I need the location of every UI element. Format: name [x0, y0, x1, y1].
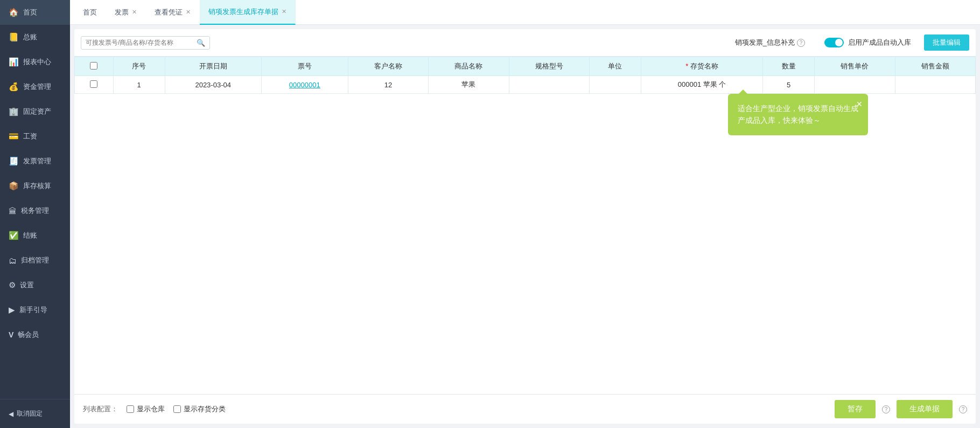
assets-icon: 🏢 [9, 107, 19, 116]
invoice-number-link[interactable]: 00000001 [289, 81, 320, 89]
tax-icon: 🏛 [9, 206, 17, 216]
sidebar-item-funds[interactable]: 💰 资金管理 [0, 74, 70, 99]
save-help-icon[interactable]: ? [882, 405, 890, 413]
sidebar-item-label: 工资 [23, 132, 37, 141]
tab-generate-close-icon[interactable]: ✕ [282, 8, 286, 15]
sidebar-item-assets[interactable]: 🏢 固定资产 [0, 99, 70, 124]
th-customer: 客户名称 [348, 57, 428, 76]
sidebar-item-label: 报表中心 [23, 57, 51, 67]
tooltip-close-button[interactable]: ✕ [856, 98, 863, 110]
toggle-area: 启用产成品自动入库 [824, 38, 911, 47]
th-unit: 单位 [589, 57, 641, 76]
home-icon: 🏠 [9, 8, 19, 17]
show-category-checkbox-label[interactable]: 显示存货分类 [173, 404, 226, 414]
sidebar-item-label: 税务管理 [21, 206, 49, 216]
pin-label: 取消固定 [17, 409, 43, 418]
th-seq: 序号 [113, 57, 165, 76]
tab-invoice[interactable]: 发票 ✕ [106, 0, 146, 25]
sidebar-item-guide[interactable]: ▶ 新手引导 [0, 298, 70, 322]
show-category-label: 显示存货分类 [184, 404, 226, 414]
closing-icon: ✅ [9, 231, 19, 240]
cell-product: 苹果 [429, 76, 509, 94]
th-unit-price: 销售单价 [815, 57, 895, 76]
pin-icon: ◀ [9, 410, 13, 418]
invoices-icon: 🧾 [9, 156, 19, 166]
sidebar-item-archive[interactable]: 🗂 归档管理 [0, 248, 70, 273]
sidebar-item-settings[interactable]: ⚙ 设置 [0, 273, 70, 298]
table-header-row: 序号 开票日期 票号 客户名称 商品名称 规格型号 单位 存货名称 数量 销售单… [75, 57, 976, 76]
sidebar-item-label: 结账 [23, 231, 37, 240]
sidebar-item-label: 设置 [20, 280, 34, 290]
search-input[interactable] [86, 39, 193, 46]
sidebar-item-tax[interactable]: 🏛 税务管理 [0, 198, 70, 223]
info-label: 销项发票_信息补充 ? [735, 38, 805, 47]
tab-invoice-label: 发票 [115, 8, 129, 17]
sidebar-item-ledger[interactable]: 📒 总账 [0, 25, 70, 50]
show-category-checkbox[interactable] [173, 405, 181, 413]
sidebar-item-label: 首页 [23, 8, 37, 17]
cell-quantity: 5 [763, 76, 815, 94]
sidebar-item-reports[interactable]: 📊 报表中心 [0, 50, 70, 74]
cell-seq: 1 [113, 76, 165, 94]
guide-icon: ▶ [9, 305, 15, 315]
funds-icon: 💰 [9, 82, 19, 92]
tab-voucher[interactable]: 查看凭证 ✕ [146, 0, 200, 25]
tab-bar: 首页 发票 ✕ 查看凭证 ✕ 销项发票生成库存单据 ✕ [70, 0, 980, 25]
bottom-bar: 列表配置： 显示仓库 显示存货分类 暂存 ? 生成单据 ? [74, 394, 976, 424]
sidebar: 🏠 首页 📒 总账 📊 报表中心 💰 资金管理 🏢 固定资产 💳 工资 🧾 发票… [0, 0, 70, 428]
cell-unit-price [815, 76, 895, 94]
sidebar-item-payroll[interactable]: 💳 工资 [0, 124, 70, 149]
cell-checkbox [75, 76, 114, 94]
generate-help-icon[interactable]: ? [959, 405, 967, 413]
sidebar-bottom: ◀ 取消固定 [0, 399, 70, 428]
tab-generate[interactable]: 销项发票生成库存单据 ✕ [200, 0, 296, 25]
archive-icon: 🗂 [9, 256, 17, 265]
th-quantity: 数量 [763, 57, 815, 76]
show-warehouse-label: 显示仓库 [137, 404, 165, 414]
sidebar-item-label: 固定资产 [23, 107, 51, 116]
sidebar-item-inventory[interactable]: 📦 库存核算 [0, 174, 70, 198]
auto-warehouse-toggle[interactable] [824, 38, 844, 47]
batch-edit-button[interactable]: 批量编辑 [924, 34, 969, 51]
cell-unit [589, 76, 641, 94]
sidebar-item-label: 归档管理 [21, 256, 49, 265]
main-table: 序号 开票日期 票号 客户名称 商品名称 规格型号 单位 存货名称 数量 销售单… [74, 57, 976, 94]
th-inventory: 存货名称 [641, 57, 762, 76]
inventory-icon: 📦 [9, 181, 19, 191]
th-spec: 规格型号 [509, 57, 589, 76]
show-warehouse-checkbox[interactable] [127, 405, 134, 413]
tooltip-popup: ✕ 适合生产型企业，销项发票自动生成产成品入库，快来体验～ [728, 94, 868, 135]
sidebar-item-invoices[interactable]: 🧾 发票管理 [0, 149, 70, 174]
vip-icon: V [9, 330, 13, 339]
ledger-icon: 📒 [9, 32, 19, 42]
cell-amount [895, 76, 975, 94]
tab-voucher-label: 查看凭证 [155, 8, 183, 17]
select-all-checkbox[interactable] [90, 62, 97, 70]
row-checkbox[interactable] [90, 80, 97, 88]
sidebar-item-label: 发票管理 [23, 156, 51, 166]
reports-icon: 📊 [9, 57, 19, 67]
info-help-icon[interactable]: ? [797, 39, 805, 47]
cell-date: 2023-03-04 [165, 76, 261, 94]
th-product: 商品名称 [429, 57, 509, 76]
search-box[interactable]: 🔍 [81, 36, 210, 50]
toggle-label: 启用产成品自动入库 [848, 38, 911, 47]
toolbar: 🔍 销项发票_信息补充 ? 启用产成品自动入库 批量编辑 [74, 29, 976, 57]
th-amount: 销售金额 [895, 57, 975, 76]
sidebar-item-closing[interactable]: ✅ 结账 [0, 223, 70, 248]
sidebar-pin-button[interactable]: ◀ 取消固定 [0, 404, 70, 424]
sidebar-item-label: 资金管理 [23, 82, 51, 92]
tab-invoice-close-icon[interactable]: ✕ [132, 9, 137, 16]
show-warehouse-checkbox-label[interactable]: 显示仓库 [127, 404, 165, 414]
save-button[interactable]: 暂存 [835, 400, 876, 418]
sidebar-item-home[interactable]: 🏠 首页 [0, 0, 70, 25]
payroll-icon: 💳 [9, 132, 19, 141]
tab-generate-label: 销项发票生成库存单据 [208, 7, 278, 17]
tab-voucher-close-icon[interactable]: ✕ [186, 9, 191, 16]
sidebar-item-vip[interactable]: V 畅会员 [0, 322, 70, 347]
generate-button[interactable]: 生成单据 [897, 400, 953, 418]
th-date: 开票日期 [165, 57, 261, 76]
info-text: 销项发票_信息补充 [735, 38, 795, 47]
tab-home[interactable]: 首页 [74, 0, 106, 25]
sidebar-item-label: 总账 [23, 32, 37, 42]
